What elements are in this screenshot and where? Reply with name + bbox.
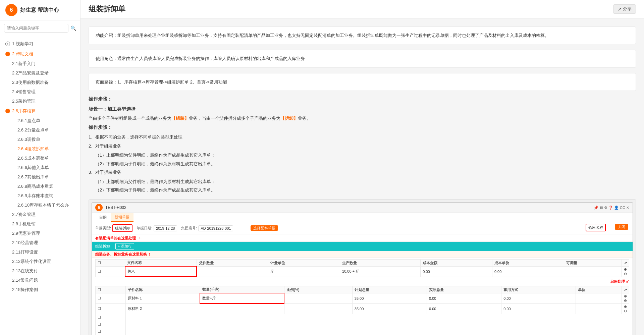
collapse-inventory-icon: −: [5, 109, 10, 113]
page-title: 组装拆卸单: [89, 4, 125, 14]
mock-type-label: 单据类型:: [95, 226, 111, 231]
app-name: 好生意 帮助中心: [20, 7, 59, 14]
mock-th-unit: 计量单位: [268, 260, 340, 267]
mock-lower-table: ☐ 子件名称 数量(千克) 比例(%) 计划总量 实际总量 事用方式 单位 ↗: [95, 286, 629, 335]
mock-icons: 📌 🖥 ⚙ ❓ 👤 CC ✕: [594, 206, 629, 210]
mock-th-cost-price: 成本单价: [492, 260, 564, 267]
sidebar-item-inbound[interactable]: 2.6.6其他入库单: [0, 163, 80, 172]
sidebar-item-video[interactable]: + 1.视频学习: [0, 39, 80, 49]
sidebar-item-faq[interactable]: 2.14常见问题: [0, 276, 80, 285]
scene-desc: 当由多个子件材料组装成一个成品的业务为【组装】业务，当由一个父件拆分成多个子产品…: [89, 114, 636, 122]
assembly-link: 【组装】: [171, 116, 189, 121]
mock-annotation1: 有装配清单的在这里处理: [95, 236, 136, 240]
share-button[interactable]: ↗ 分享: [613, 4, 636, 14]
main-body: 功能介绍：组装拆卸单用来处理企业组装或拆卸等加工业务，支持有固定装配清单的产品加…: [80, 18, 644, 335]
mock-confirm-btn[interactable]: 关闭: [615, 224, 628, 230]
sidebar-item-cost[interactable]: 2.6.5成本调整单: [0, 154, 80, 163]
main-content: 组装拆卸单 ↗ 分享 功能介绍：组装拆卸单用来处理企业组装或拆卸等加工业务，支持…: [80, 0, 644, 335]
sidebar-item-assembly[interactable]: 2.6.4组装拆卸单: [0, 144, 80, 154]
sidebar-item-beginner[interactable]: 2.1新手入门: [0, 59, 80, 68]
logo-icon: 6: [5, 4, 17, 16]
mock-date-value[interactable]: 2019-12-28: [154, 225, 177, 231]
mock-logo: 6: [95, 204, 103, 211]
step-2: 2、对于组装业务: [89, 142, 636, 150]
mock-td-adj1: [564, 266, 622, 277]
sidebar-item-adjust[interactable]: 2.6.3调拨单: [0, 135, 80, 144]
nav-tree: + 1.视频学习 − 2.帮助文档 2.1新手入门 2.2产品安装及登录 2.3…: [0, 36, 80, 335]
sidebar-item-inventory[interactable]: − 2.6库存核算: [0, 106, 80, 116]
mock-type-value[interactable]: 组装拆卸: [112, 224, 132, 232]
ops-title: 操作步骤：: [89, 96, 636, 102]
mock-td-subqty1: 数量+斤: [200, 293, 284, 303]
sidebar-item-stockcheck[interactable]: 2.6.9库存账本查询: [0, 191, 80, 201]
ops-section: 操作步骤： 场景一：加工类型选择 当由多个子件材料组装成一个成品的业务为【组装】…: [89, 96, 636, 335]
sidebar-item-sales[interactable]: 2.4销售管理: [0, 87, 80, 97]
sidebar-item-cases[interactable]: 2.15操作案例: [0, 285, 80, 294]
step-3-1: （1）上部明细为父件明细，最终作为原材料生成其它出库单；: [89, 178, 636, 185]
mock-th-parent-qty: 父件数量: [197, 260, 268, 267]
sidebar-header: 6 好生意 帮助中心: [0, 0, 80, 20]
sidebar-item-operation[interactable]: 2.10经营管理: [0, 238, 80, 247]
share-icon: ↗: [618, 6, 622, 12]
mock-td-qty1: [197, 266, 268, 277]
sidebar-item-finance[interactable]: 2.7资金管理: [0, 210, 80, 219]
role-info-block: 使用角色：通常由生产人员或库管人员完成拆装业务的操作，库管人员确认原材料的出库和…: [89, 50, 636, 67]
scene-title: 场景一：加工类型选择: [89, 106, 636, 112]
mock-td-sub2: 原材料 2: [125, 303, 200, 314]
sidebar-item-install[interactable]: 2.2产品安装及登录: [0, 68, 80, 78]
sidebar-item-data[interactable]: 2.3使用前数据准备: [0, 78, 80, 87]
mock-date-label: 单据日期:: [137, 226, 152, 231]
screenshot-container: 6 TEST-H002 📌 🖥 ⚙ ❓ 👤 CC ✕ 自购 新增单据: [89, 199, 636, 335]
mock-upper-table: ☐ 父件名称 父件数量 计量单位 生产数量 成本金额 成本单价 可调量 ↗: [95, 259, 629, 277]
step-3-2: （2）下部明细为子件明细，最终作为产成品生成其它入库单。: [89, 186, 636, 194]
mock-add-row[interactable]: + 添加行: [115, 243, 134, 249]
mock-annotation2: 组装业务、拆卸业务在这里切换: [95, 252, 147, 257]
mock-number-label: 集团店号:: [181, 226, 197, 231]
mock-th-sub-ratio: 比例(%): [284, 286, 352, 293]
sidebar-item-costrecalc[interactable]: 2.6.8商品成本重算: [0, 182, 80, 191]
sidebar-item-stockerror[interactable]: 2.6.10库存账本错了怎么办: [0, 201, 80, 210]
mock-section-header: 组装拆卸 + 添加行: [92, 242, 633, 251]
search-input[interactable]: [4, 24, 68, 33]
disassembly-link: 【拆卸】: [280, 116, 298, 121]
sidebar-item-stocktake[interactable]: 2.6.1盘点单: [0, 116, 80, 125]
sidebar-item-customize[interactable]: 2.12系统个性化设置: [0, 257, 80, 266]
mock-select-btn[interactable]: 选择配料单据: [251, 225, 278, 231]
mock-th-sub-name: 子件名称: [125, 286, 200, 293]
mock-td-costamt1: 0.00: [421, 266, 492, 277]
search-box: 🔍: [0, 20, 80, 36]
mock-title: TEST-H002: [105, 205, 126, 210]
mock-th-parent-name: 父件名称: [125, 260, 197, 267]
mock-th-sub-unit: 单位: [576, 286, 622, 293]
ops-steps-title: 操作步骤：: [89, 124, 636, 130]
collapse-icon: −: [5, 52, 10, 56]
mock-td-sub1: 原材料 1: [125, 293, 200, 303]
sidebar-item-docs[interactable]: − 2.帮助文档: [0, 49, 80, 59]
step-3: 3、对于拆装业务: [89, 168, 636, 176]
mock-warehouse-input[interactable]: 仓库名称: [586, 224, 606, 231]
sidebar-item-partstock[interactable]: 2.6.2分量盘点单: [0, 125, 80, 135]
expand-icon: +: [5, 42, 10, 46]
mock-th-actual-total: 实际总量: [427, 286, 501, 293]
sidebar-item-outbound[interactable]: 2.6.7其他出库单: [0, 172, 80, 182]
mock-tab-self[interactable]: 自购: [95, 213, 111, 222]
mock-number-value[interactable]: AD-20191226-001: [198, 225, 233, 231]
mock-annotation3: 启用处理: [610, 279, 625, 283]
mock-tab-new[interactable]: 新增单据: [111, 213, 133, 222]
sidebar-item-coupon[interactable]: 2.9优惠券管理: [0, 229, 80, 238]
feature-info-block: 功能介绍：组装拆卸单用来处理企业组装或拆卸等加工业务，支持有固定装配清单的产品加…: [89, 26, 636, 44]
mock-th-cost-amt: 成本金额: [421, 260, 492, 267]
mock-th-plan-total: 计划总量: [352, 286, 427, 293]
mock-td-name1: 关米: [125, 266, 197, 277]
path-info-block: 页面路径：1、库存核算->库存管理->组装拆卸单 2、首页->常用功能: [89, 73, 636, 91]
role-text: 使用角色：通常由生产人员或库管人员完成拆装业务的操作，库管人员确认原材料的出库和…: [96, 55, 629, 62]
main-header: 组装拆卸单 ↗ 分享: [80, 0, 644, 18]
sidebar-item-payment[interactable]: 2.13在线支付: [0, 266, 80, 276]
mock-th-usage: 事用方式: [501, 286, 576, 293]
search-icon[interactable]: 🔍: [70, 25, 76, 31]
sidebar-item-mobile[interactable]: 2.8手机旺铺: [0, 219, 80, 229]
step-1: 1、根据不同的业务，选择不同单据的类型来处理: [89, 133, 636, 141]
sidebar-item-purchase[interactable]: 2.5采购管理: [0, 97, 80, 106]
sidebar-item-print[interactable]: 2.11打印设置: [0, 247, 80, 257]
mock-th-sub-qty: 数量(千克): [200, 286, 284, 293]
